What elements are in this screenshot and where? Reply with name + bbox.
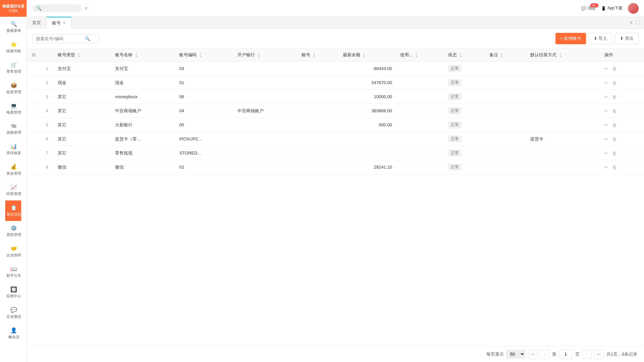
- edit-button-2[interactable]: ✏: [604, 94, 608, 100]
- row-settings-0: [27, 62, 40, 76]
- sidebar-item-search[interactable]: 🔍搜索菜单: [5, 17, 21, 37]
- delete-button-1[interactable]: 🗑: [612, 80, 617, 85]
- sidebar-item-enterprise[interactable]: 🤝企业协同: [5, 241, 21, 262]
- sort-icon-name[interactable]: ▲▼: [135, 53, 138, 58]
- add-account-button[interactable]: + 新增账号: [555, 33, 586, 44]
- sidebar-item-guide[interactable]: 📖新手引导: [5, 262, 21, 282]
- last-page-button[interactable]: ⏭: [594, 350, 604, 359]
- sort-icon-use[interactable]: ▲▼: [415, 53, 418, 58]
- sidebar-label-shortcut: 快捷导航: [6, 49, 21, 54]
- tab-close-account[interactable]: ✕: [63, 21, 66, 25]
- page-size-select[interactable]: 50 100 200: [506, 350, 525, 358]
- first-page-button[interactable]: ⏮: [528, 350, 537, 359]
- sidebar-label-guide: 新手引导: [6, 273, 21, 278]
- sidebar-item-shortcut[interactable]: ⭐快捷导航: [5, 37, 21, 58]
- sort-icon-type[interactable]: ▲▼: [78, 53, 80, 58]
- delete-button-3[interactable]: 🗑: [612, 108, 617, 114]
- row-action-7: ✏ 🗑: [600, 160, 644, 174]
- tab-home[interactable]: 首页: [27, 17, 47, 29]
- sidebar-label-retail: 零售管理: [6, 69, 21, 74]
- account-search-box[interactable]: 🔍: [32, 34, 99, 43]
- search-submit-icon[interactable]: 🔍: [85, 36, 90, 41]
- row-account-0: [298, 62, 339, 76]
- sidebar-item-wholesale[interactable]: 📦批发管理: [5, 78, 21, 99]
- sort-icon-status[interactable]: ▲▼: [460, 53, 462, 58]
- row-settle-6: [526, 146, 600, 160]
- sidebar-item-finance[interactable]: 💰资金管理: [5, 160, 21, 180]
- row-status-6: 正常: [444, 146, 485, 160]
- table-row: 4 其它 中百商场账户 04 中百商场账户 383866.00 正常 ✏ 🗑: [27, 104, 644, 118]
- delete-button-2[interactable]: 🗑: [612, 94, 617, 100]
- tab-actions: ✕ ⛶: [625, 20, 644, 25]
- sidebar-item-ecommerce[interactable]: 💻电商管理: [5, 99, 21, 119]
- accounts-table-container: ⚙ 账号类型 ▲▼ 账号名称 ▲▼ 账号编码 ▲▼ 开户银行 ▲▼ 账号 ▲▼ …: [27, 49, 644, 346]
- sidebar-icon-shortcut: ⭐: [10, 41, 17, 48]
- edit-button-6[interactable]: ✏: [604, 150, 608, 156]
- sidebar-item-system[interactable]: ⚙️系统管理: [5, 221, 21, 241]
- close-tab-icon[interactable]: ✕: [629, 20, 633, 25]
- sidebar-item-inventory[interactable]: 📊库存核算: [5, 139, 21, 160]
- app-download-button[interactable]: 📱 App下载: [601, 5, 623, 11]
- sidebar-item-wechat[interactable]: 💬企业微信: [5, 303, 21, 323]
- message-button[interactable]: 💬 消息 99+: [581, 5, 596, 11]
- next-page-button[interactable]: ›: [582, 350, 592, 359]
- delete-button-4[interactable]: 🗑: [612, 122, 617, 128]
- row-account-6: [298, 146, 339, 160]
- sidebar-item-operation[interactable]: 📈经营管理: [5, 180, 21, 200]
- edit-button-5[interactable]: ✏: [604, 136, 608, 142]
- col-default-settle: 默认结算方式 ▲▼: [526, 49, 600, 62]
- edit-button-1[interactable]: ✏: [604, 80, 608, 85]
- row-balance-2: 10000.00: [339, 90, 396, 104]
- sidebar-label-system: 系统管理: [6, 232, 21, 237]
- table-row: 8 微信 微信 02 28241.10 正常 ✏ 🗑: [27, 160, 644, 174]
- row-balance-0: -90444.00: [339, 62, 396, 76]
- sidebar-item-member[interactable]: 👤畅会员: [5, 323, 21, 344]
- sort-icon-account[interactable]: ▲▼: [313, 53, 315, 58]
- sidebar-item-appcenter[interactable]: 🔲应用中心: [5, 282, 21, 303]
- row-action-1: ✏ 🗑: [600, 76, 644, 90]
- row-status-5: 正常: [444, 132, 485, 146]
- page-number-input[interactable]: [559, 350, 573, 359]
- delete-button-0[interactable]: 🗑: [612, 66, 617, 71]
- topbar-dropdown-icon[interactable]: ▾: [85, 5, 88, 12]
- sidebar-label-member: 畅会员: [8, 335, 19, 340]
- message-icon: 💬: [581, 6, 586, 11]
- row-action-2: ✏ 🗑: [600, 90, 644, 104]
- prev-page-button[interactable]: ‹: [540, 350, 549, 359]
- row-status-3: 正常: [444, 104, 485, 118]
- sidebar-item-purchase[interactable]: 🛍采购管理: [5, 119, 21, 139]
- tab-account[interactable]: 账号✕: [47, 17, 71, 29]
- row-settings-6: [27, 146, 40, 160]
- edit-button-4[interactable]: ✏: [604, 122, 608, 128]
- sort-icon-settle[interactable]: ▲▼: [559, 53, 562, 58]
- topbar-search-input[interactable]: [44, 6, 77, 11]
- topbar-search[interactable]: 🔍: [32, 4, 81, 12]
- page-label: 第: [552, 351, 556, 357]
- page-content: 🔍 + 新增账号 ⬇ 导入 ⬆ 导出 ⚙ 账号类型 ▲▼ 账号名称 ▲▼ 账号编…: [27, 29, 644, 362]
- edit-button-3[interactable]: ✏: [604, 108, 608, 114]
- row-balance-1: 547670.00: [339, 76, 396, 90]
- user-avatar[interactable]: [628, 3, 639, 14]
- delete-button-5[interactable]: 🗑: [612, 136, 617, 142]
- sidebar-icon-wholesale: 📦: [10, 82, 17, 88]
- sidebar-item-basic[interactable]: 📋基础信息: [5, 200, 21, 221]
- account-search-input[interactable]: [36, 36, 83, 41]
- sort-icon-balance[interactable]: ▲▼: [363, 53, 365, 58]
- edit-button-7[interactable]: ✏: [604, 165, 608, 170]
- row-action-0: ✏ 🗑: [600, 62, 644, 76]
- sidebar-label-search: 搜索菜单: [6, 28, 21, 33]
- sort-icon-code[interactable]: ▲▼: [199, 53, 202, 58]
- sidebar-label-basic: 基础信息: [6, 212, 21, 217]
- sort-icon-remark[interactable]: ▲▼: [500, 53, 503, 58]
- sidebar-item-retail[interactable]: 🛒零售管理: [5, 58, 21, 78]
- row-action-3: ✏ 🗑: [600, 104, 644, 118]
- delete-button-7[interactable]: 🗑: [612, 165, 617, 170]
- delete-button-6[interactable]: 🗑: [612, 150, 617, 156]
- sort-icon-bank[interactable]: ▲▼: [257, 53, 260, 58]
- edit-button-0[interactable]: ✏: [604, 66, 608, 71]
- export-button[interactable]: ⬆ 导出: [615, 33, 639, 44]
- maximize-icon[interactable]: ⛶: [636, 20, 640, 25]
- pagination: 每页显示 50 100 200 ⏮ ‹ 第 页 › ⏭ 共1页，8条记录: [27, 346, 644, 362]
- sidebar-label-purchase: 采购管理: [6, 130, 21, 135]
- import-button[interactable]: ⬇ 导入: [589, 33, 612, 44]
